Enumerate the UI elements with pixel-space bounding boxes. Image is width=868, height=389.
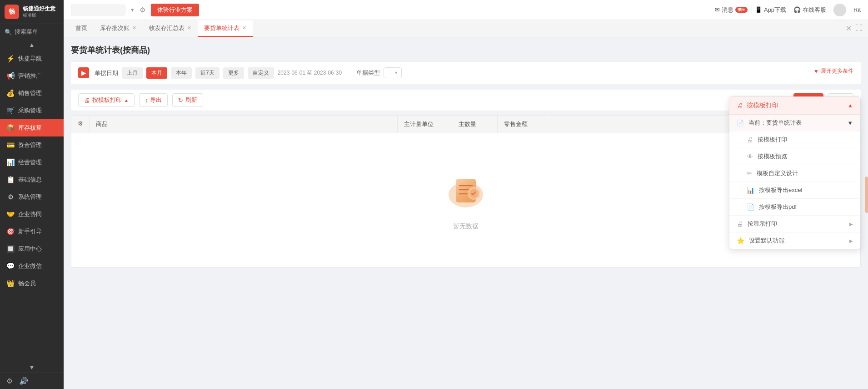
expand-window-icon[interactable]: ⛶ xyxy=(855,24,863,33)
empty-text: 暂无数据 xyxy=(453,222,479,231)
set-default-chevron: ▶ xyxy=(849,238,853,243)
apps-icon: 🔲 xyxy=(6,245,15,253)
online-service-btn[interactable]: 🎧 在线客服 xyxy=(793,6,826,14)
tab-receipt-summary[interactable]: 收发存汇总表 ✕ xyxy=(143,20,198,37)
dropdown-item-template-preview[interactable]: 👁 按模板预览 xyxy=(729,148,860,165)
sidebar-item-quick-nav[interactable]: ⚡ 快捷导航 xyxy=(0,50,64,67)
basic-icon: 📋 xyxy=(6,176,15,184)
sidebar-item-guide[interactable]: 🎯 新手引导 xyxy=(0,223,64,240)
purchase-icon: 🛒 xyxy=(6,106,15,115)
topbar-dropdown-chevron[interactable]: ▾ xyxy=(131,6,134,13)
date-current-year[interactable]: 本年 xyxy=(171,67,192,79)
dropdown-current-item[interactable]: 📄 当前：要货单统计表 ▼ xyxy=(729,115,860,131)
template-custom-icon: ✏ xyxy=(747,170,752,177)
dropdown-header-chevron[interactable]: ▲ xyxy=(848,102,853,109)
refresh-btn[interactable]: ↻ 刷新 xyxy=(172,93,203,107)
template-print-icon: 🖨 xyxy=(747,136,753,143)
scroll-up-btn[interactable]: ▲ xyxy=(0,40,64,50)
topbar: ▾ ⚙ 体验行业方案 ✉ 消息 99+ 📱 App下载 🎧 在线客服 Rit xyxy=(64,0,868,20)
sidebar-item-system[interactable]: ⚙ 系统管理 xyxy=(0,188,64,206)
messages-btn[interactable]: ✉ 消息 99+ xyxy=(715,6,748,14)
username: Rit xyxy=(853,6,861,13)
doctype-filter-group: 单据类型 xyxy=(356,67,402,78)
sidebar-item-marketing[interactable]: 📢 营销推广 xyxy=(0,67,64,85)
right-scroll-handle[interactable] xyxy=(865,177,868,213)
doctype-select[interactable] xyxy=(384,67,402,78)
tab-receipt-summary-close[interactable]: ✕ xyxy=(187,25,191,31)
search-icon: 🔍 xyxy=(5,29,12,35)
sidebar-item-vip[interactable]: 👑 畅会员 xyxy=(0,275,64,292)
print-btn[interactable]: 🖨 按模板打印 ▲ xyxy=(78,93,135,107)
sidebar-item-inventory[interactable]: 📦 库存核算 xyxy=(0,119,64,136)
tabbar: 首页 库存批次账 ✕ 收发存汇总表 ✕ 要货单统计表 ✕ ✕ ⛶ xyxy=(64,20,868,37)
inventory-icon: 📦 xyxy=(6,124,15,132)
tab-home[interactable]: 首页 xyxy=(69,20,94,37)
template-preview-icon: 👁 xyxy=(747,153,753,160)
date-current-month[interactable]: 本月 xyxy=(146,67,167,79)
guide-icon: 🎯 xyxy=(6,227,15,236)
sidebar-item-basic[interactable]: 📋 基础信息 xyxy=(0,171,64,188)
doctype-select-wrapper xyxy=(384,67,402,78)
logo-text: 畅捷通好生意 标准版 xyxy=(23,5,55,19)
sidebar-item-wechat[interactable]: 💬 企业微信 xyxy=(0,258,64,275)
operations-icon: 📊 xyxy=(6,158,15,167)
vip-icon: 👑 xyxy=(6,279,15,288)
th-unit: 主计量单位 xyxy=(398,116,452,133)
th-settings[interactable]: ⚙ xyxy=(71,116,90,133)
wechat-icon: 💬 xyxy=(6,262,15,270)
dropdown-item-template-print[interactable]: 🖨 按模板打印 xyxy=(729,131,860,148)
user-avatar[interactable] xyxy=(833,4,846,16)
tab-order-stat-close[interactable]: ✕ xyxy=(242,25,246,31)
topbar-search-input[interactable] xyxy=(71,5,125,15)
dropdown-header: 🖨 按模板打印 ▲ xyxy=(729,97,860,115)
tab-order-stat[interactable]: 要货单统计表 ✕ xyxy=(198,20,253,37)
logo-icon: 畅 xyxy=(5,5,19,19)
trial-btn[interactable]: 体验行业方案 xyxy=(151,4,199,16)
tab-batch-account[interactable]: 库存批次账 ✕ xyxy=(94,20,143,37)
filter-bar: ▶ 单据日期 上月 本月 本年 近7天 更多 自定义 2023-06-01 至 … xyxy=(71,62,861,84)
app-download-btn[interactable]: 📱 App下载 xyxy=(755,6,786,14)
dropdown-item-template-pdf[interactable]: 📄 按模板导出pdf xyxy=(729,199,860,216)
finance-icon: 💳 xyxy=(6,141,15,149)
sidebar-item-purchase[interactable]: 🛒 采购管理 xyxy=(0,102,64,119)
sidebar-item-operations[interactable]: 📊 经营管理 xyxy=(0,154,64,171)
date-last7days[interactable]: 近7天 xyxy=(195,67,219,79)
dropdown-item-template-custom[interactable]: ✏ 模板自定义设计 xyxy=(729,165,860,182)
template-pdf-icon: 📄 xyxy=(747,203,754,211)
date-range-display: 2023-06-01 至 2023-06-30 xyxy=(278,69,342,77)
tab-batch-account-close[interactable]: ✕ xyxy=(132,25,136,31)
sidebar-search[interactable]: 🔍 搜索菜单 xyxy=(0,24,64,40)
expand-filter-btn[interactable]: ▼ 展开更多条件 xyxy=(813,67,853,75)
service-icon: 🎧 xyxy=(793,6,801,13)
window-controls: ✕ ⛶ xyxy=(846,24,863,33)
sidebar-item-finance[interactable]: 💳 资金管理 xyxy=(0,136,64,154)
dropdown-title: 🖨 按模板打印 xyxy=(737,101,778,110)
set-default-icon: ⭐ xyxy=(737,237,744,244)
date-custom[interactable]: 自定义 xyxy=(248,67,274,79)
sidebar-item-enterprise[interactable]: 🤝 企业协同 xyxy=(0,206,64,223)
current-doc-icon: 📄 xyxy=(737,120,744,126)
date-more[interactable]: 更多 xyxy=(223,67,244,79)
topbar-gear-icon[interactable]: ⚙ xyxy=(140,6,145,14)
settings-footer-icon[interactable]: ⚙ xyxy=(6,377,13,385)
dropdown-section-display-print[interactable]: 🖨 按显示打印 ▶ xyxy=(729,216,860,232)
dropdown-section-set-default[interactable]: ⭐ 设置默认功能 ▶ xyxy=(729,232,860,249)
print-btn-group: 🖨 按模板打印 ▲ xyxy=(78,93,135,107)
scroll-down-btn[interactable]: ▼ xyxy=(0,362,64,373)
sidebar-item-apps[interactable]: 🔲 应用中心 xyxy=(0,240,64,258)
print-icon: 🖨 xyxy=(84,97,90,104)
export-btn[interactable]: ↑ 导出 xyxy=(139,93,168,107)
print-dropdown: 🖨 按模板打印 ▲ 📄 当前：要货单统计表 ▼ 🖨 按模板打印 👁 按模板预览 xyxy=(729,96,861,249)
dropdown-item-template-excel[interactable]: 📊 按模板导出excel xyxy=(729,182,860,199)
empty-icon xyxy=(443,170,489,217)
filter-toggle-btn[interactable]: ▶ xyxy=(78,67,89,78)
display-print-chevron: ▶ xyxy=(849,222,853,227)
date-prev-month[interactable]: 上月 xyxy=(122,67,143,79)
close-window-icon[interactable]: ✕ xyxy=(846,24,852,33)
display-print-icon: 🖨 xyxy=(737,220,743,227)
sidebar-item-sales[interactable]: 💰 销售管理 xyxy=(0,85,64,102)
sidebar-nav: ⚡ 快捷导航 📢 营销推广 💰 销售管理 🛒 采购管理 📦 库存核算 💳 资金管… xyxy=(0,50,64,362)
refresh-icon: ↻ xyxy=(178,97,183,104)
sound-footer-icon[interactable]: 🔊 xyxy=(19,377,28,385)
system-icon: ⚙ xyxy=(6,193,15,201)
